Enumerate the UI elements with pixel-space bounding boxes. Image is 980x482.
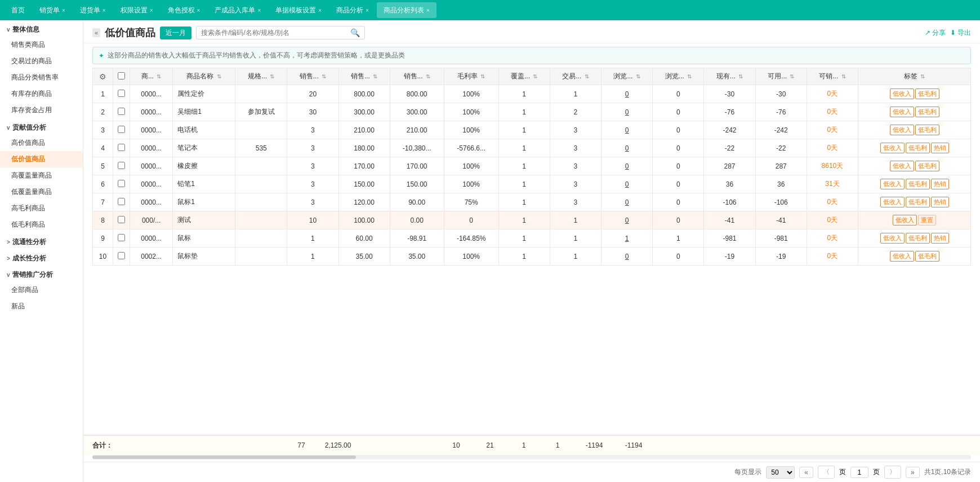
sidebar-item-低覆盖量商品[interactable]: 低覆盖量商品 — [0, 184, 83, 200]
sidebar-group-流通性分析[interactable]: > 流通性分析 — [0, 233, 83, 249]
cell-name[interactable]: 鼠标 — [173, 229, 235, 247]
settings-icon[interactable]: ⚙ — [99, 72, 106, 81]
th-spec[interactable]: 规格... ⇅ — [235, 68, 287, 85]
row-checkbox[interactable] — [118, 234, 125, 241]
cell-check[interactable] — [113, 139, 130, 157]
sidebar-item-新品[interactable]: 新品 — [0, 298, 83, 315]
search-icon[interactable]: 🔍 — [350, 28, 360, 37]
cell-check[interactable] — [113, 103, 130, 121]
cell-name[interactable]: 铅笔1 — [173, 175, 235, 193]
prev-page-btn[interactable]: 〈 — [818, 466, 835, 479]
browse1-link[interactable]: 0 — [625, 144, 629, 152]
nav-close-icon[interactable]: × — [426, 7, 430, 14]
th-code[interactable]: 商... ⇅ — [130, 68, 173, 85]
nav-close-icon[interactable]: × — [318, 7, 322, 14]
filter-period-btn[interactable]: 近一月 — [160, 26, 191, 39]
th-browse1[interactable]: 浏览... ⇅ — [602, 68, 653, 85]
sidebar-group-成长性分析[interactable]: > 成长性分析 — [0, 249, 83, 266]
last-page-btn[interactable]: » — [906, 467, 920, 478]
select-all-checkbox[interactable] — [118, 72, 125, 79]
nav-close-icon[interactable]: × — [197, 7, 201, 14]
cell-check[interactable] — [113, 193, 130, 211]
browse1-link[interactable]: 1 — [625, 235, 629, 242]
sidebar-item-交易过的商品[interactable]: 交易过的商品 — [0, 53, 83, 69]
cell-browse1[interactable]: 0 — [602, 193, 653, 211]
cell-name[interactable]: 鼠标垫 — [173, 247, 235, 266]
nav-item-权限设置[interactable]: 权限设置× — [114, 2, 160, 18]
row-checkbox[interactable] — [118, 162, 125, 169]
nav-close-icon[interactable]: × — [62, 7, 65, 14]
cell-browse1[interactable]: 0 — [602, 157, 653, 175]
nav-item-产成品入库单[interactable]: 产成品入库单× — [208, 2, 268, 18]
cell-browse1[interactable]: 0 — [602, 139, 653, 157]
browse1-link[interactable]: 0 — [625, 216, 629, 224]
cell-name[interactable]: 测试 — [173, 211, 235, 229]
th-sales-qty[interactable]: 销售... ⇅ — [287, 68, 338, 85]
sidebar-item-高价值商品[interactable]: 高价值商品 — [0, 135, 83, 151]
nav-item-商品分析[interactable]: 商品分析× — [329, 2, 376, 18]
th-sellable[interactable]: 可销... ⇅ — [807, 68, 858, 85]
cell-check[interactable] — [113, 175, 130, 193]
sidebar-item-销售类商品[interactable]: 销售类商品 — [0, 37, 83, 53]
cell-browse1[interactable]: 0 — [602, 85, 653, 103]
cell-name[interactable]: 笔记本 — [173, 139, 235, 157]
th-check[interactable] — [113, 68, 130, 85]
cell-name[interactable]: 属性定价 — [173, 85, 235, 103]
browse1-link[interactable]: 0 — [625, 253, 629, 260]
cell-check[interactable] — [113, 229, 130, 247]
scrollbar-thumb[interactable] — [92, 456, 356, 459]
nav-close-icon[interactable]: × — [257, 7, 261, 14]
sidebar-group-整体信息[interactable]: v 整体信息 — [0, 20, 83, 37]
browse1-link[interactable]: 0 — [625, 108, 629, 116]
page-size-select[interactable]: 50 100 — [766, 466, 795, 479]
nav-item-角色授权[interactable]: 角色授权× — [161, 2, 207, 18]
th-browse2[interactable]: 浏览... ⇅ — [653, 68, 704, 85]
cell-check[interactable] — [113, 211, 130, 229]
nav-item-销货单[interactable]: 销货单× — [33, 2, 72, 18]
row-checkbox[interactable] — [118, 180, 125, 187]
nav-item-商品分析列表[interactable]: 商品分析列表× — [377, 2, 436, 18]
nav-item-进货单[interactable]: 进货单× — [73, 2, 113, 18]
nav-close-icon[interactable]: × — [366, 7, 369, 14]
cell-check[interactable] — [113, 157, 130, 175]
sidebar-item-高覆盖量商品[interactable]: 高覆盖量商品 — [0, 167, 83, 184]
first-page-btn[interactable]: « — [799, 467, 813, 478]
share-btn[interactable]: ↗ 分享 — [925, 28, 946, 38]
sidebar-item-商品分类销售率[interactable]: 商品分类销售率 — [0, 69, 83, 86]
next-page-btn[interactable]: 〉 — [884, 466, 901, 479]
sidebar-group-营销推广分析[interactable]: v 营销推广分析 — [0, 266, 83, 282]
th-coverage[interactable]: 覆盖... ⇅ — [498, 68, 550, 85]
sidebar-item-高毛利商品[interactable]: 高毛利商品 — [0, 200, 83, 216]
nav-close-icon[interactable]: × — [150, 7, 153, 14]
nav-item-单据模板设置[interactable]: 单据模板设置× — [269, 2, 328, 18]
row-checkbox[interactable] — [118, 108, 125, 115]
page-number-input[interactable] — [850, 467, 868, 478]
table-wrapper[interactable]: ⚙ 商... ⇅ 商品名称 ⇅ 规格... ⇅ 销售... ⇅ 销售... ⇅ … — [92, 68, 971, 435]
cell-browse1[interactable]: 0 — [602, 121, 653, 139]
browse1-link[interactable]: 0 — [625, 180, 629, 188]
sidebar-item-有库存的商品[interactable]: 有库存的商品 — [0, 86, 83, 102]
row-checkbox[interactable] — [118, 90, 125, 97]
row-checkbox[interactable] — [118, 198, 125, 205]
cell-browse1[interactable]: 0 — [602, 175, 653, 193]
horizontal-scrollbar[interactable] — [92, 455, 971, 459]
cell-name[interactable]: 橡皮擦 — [173, 157, 235, 175]
search-input[interactable] — [201, 29, 347, 37]
row-checkbox[interactable] — [118, 126, 125, 133]
th-trade[interactable]: 交易... ⇅ — [550, 68, 601, 85]
sidebar-group-贡献值分析[interactable]: v 贡献值分析 — [0, 118, 83, 135]
th-sales-amount[interactable]: 销售... ⇅ — [390, 68, 444, 85]
cell-name[interactable]: 吴细细1 — [173, 103, 235, 121]
cell-check[interactable] — [113, 121, 130, 139]
nav-close-icon[interactable]: × — [103, 7, 106, 14]
cell-browse1[interactable]: 0 — [602, 247, 653, 266]
th-sales-price[interactable]: 销售... ⇅ — [338, 68, 390, 85]
th-available[interactable]: 可用... ⇅ — [755, 68, 807, 85]
browse1-link[interactable]: 0 — [625, 198, 629, 206]
cell-browse1[interactable]: 0 — [602, 211, 653, 229]
sidebar-collapse-btn[interactable]: « — [92, 28, 100, 37]
row-checkbox[interactable] — [118, 144, 125, 151]
cell-name[interactable]: 电话机 — [173, 121, 235, 139]
row-checkbox[interactable] — [118, 252, 125, 259]
th-gross-rate[interactable]: 毛利率 ⇅ — [444, 68, 498, 85]
